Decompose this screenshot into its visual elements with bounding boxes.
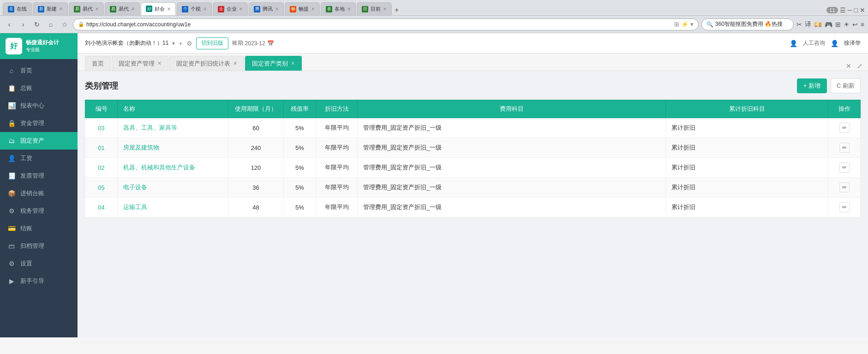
username-label: 徐泽华 [844,39,861,47]
cell-action: ✏ [828,198,861,217]
game-icon[interactable]: 🎮 [825,21,832,28]
bookmark-button[interactable]: ☆ [59,19,70,30]
page-tab-asset-depreciation-close[interactable]: ✕ [233,60,237,66]
page-tab-asset-category-close[interactable]: ✕ [291,60,295,66]
tab-icon-易代2: 易 [110,6,116,12]
forward-button[interactable]: › [18,19,29,30]
tab-close-腾讯[interactable]: ✕ [275,6,279,12]
address-input[interactable] [86,21,672,28]
tab-易代2[interactable]: 易 易代 ✕ [105,2,140,15]
page-tab-asset-category[interactable]: 固定资产类别 ✕ [245,56,302,71]
tax-icon: ⚙ [7,207,16,215]
table-row: 04 运输工具 48 5% 年限平均 管理费用_固定资产折旧_一级 累计折旧 ✏ [85,198,861,217]
tab-个税[interactable]: 个 个税 ✕ [177,2,212,15]
tab-close-易代2[interactable]: ✕ [131,6,135,12]
add-tab-button[interactable]: + [392,6,401,14]
cell-expense: 管理费用_固定资产折旧_一级 [358,138,666,158]
main-content: 类别管理 + 新增 C 刷新 编号 名称 使用期限（月） 残值率 折旧方法 费用… [78,71,868,337]
sidebar-item-checkout[interactable]: 💳 结账 [0,220,78,237]
translate-icon[interactable]: 译 [805,20,811,29]
settings-topbar-icon[interactable]: ⚙ [186,40,192,47]
salary-icon: 👤 [7,155,16,162]
col-header-expense: 费用科目 [358,100,666,118]
sidebar-item-guide[interactable]: ▶ 新手引导 [0,272,78,290]
tab-close-新建[interactable]: ✕ [59,6,63,12]
coupon-icon[interactable]: 💴 [814,21,822,28]
cell-action: ✏ [828,138,861,158]
refresh-button[interactable]: C 刷新 [831,78,861,93]
sidebar-item-capital[interactable]: 🔒 资金管理 [0,114,78,132]
cell-action: ✏ [828,158,861,178]
tab-各地[interactable]: 各 各地 ✕ [321,2,356,15]
tab-close-企业[interactable]: ✕ [239,6,243,12]
customer-service-label[interactable]: 人工咨询 [803,39,825,47]
dropdown-icon[interactable]: ▾ [172,40,175,47]
tab-close-好会[interactable]: ✕ [167,6,171,12]
close-panel-icon[interactable]: ✕ [844,61,853,71]
back-button[interactable]: ‹ [4,19,15,30]
sidebar-item-salary[interactable]: 👤 工资 [0,150,78,167]
tab-close-个税[interactable]: ✕ [203,6,207,12]
close-icon[interactable]: ✕ [860,6,865,14]
sidebar: 好 畅捷通好会计 专业版 ⌂ 首页 📋 总账 📊 报表中心 🔒 资金管理 [0,33,78,337]
brightness-icon[interactable]: ☀ [844,21,850,28]
scissors-icon[interactable]: ✂ [796,21,802,28]
undo-icon[interactable]: ↩ [852,21,858,28]
service-icon: 👤 [790,40,797,47]
tab-在线[interactable]: 在 在线 [3,2,32,15]
sidebar-item-report[interactable]: 📊 报表中心 [0,97,78,114]
maximize-panel-icon[interactable]: ⤢ [855,61,864,71]
tab-新建[interactable]: 新 新建 ✕ [33,2,68,15]
address-dropdown-icon[interactable]: ▾ [690,21,694,28]
page-tab-asset-category-label: 固定资产类别 [252,60,288,68]
sidebar-item-stock[interactable]: 📦 进销台账 [0,185,78,202]
period-value: 2023-12 [245,40,265,47]
page-tab-asset-mgmt-close[interactable]: ✕ [157,60,162,66]
menu-icon[interactable]: ≡ [861,21,864,28]
edit-button[interactable]: ✏ [839,123,850,133]
sidebar-item-invoice[interactable]: 🧾 发票管理 [0,167,78,185]
sidebar-item-archive[interactable]: 🗃 归档管理 [0,237,78,255]
sidebar-item-tax[interactable]: ⚙ 税务管理 [0,202,78,220]
tab-close-目前[interactable]: ✕ [383,6,387,12]
page-tab-asset-mgmt[interactable]: 固定资产管理 ✕ [112,56,168,71]
tab-icon-易代1: 易 [74,6,80,12]
cell-name: 器具、工具、家具等 [118,118,228,138]
table-row: 05 电子设备 36 5% 年限平均 管理费用_固定资产折旧_一级 累计折旧 ✏ [85,178,861,198]
minimize-icon[interactable]: ─ [848,6,852,14]
guide-icon: ▶ [7,277,16,285]
bookmark-star-icon[interactable]: ⚡ [681,21,688,28]
sidebar-item-home[interactable]: ⌂ 首页 [0,62,78,79]
tab-好会[interactable]: 好 好会 ✕ [141,2,176,15]
tab-settings-icon[interactable]: ☰ [840,6,846,14]
add-button[interactable]: + 新增 [797,78,827,93]
tab-企业[interactable]: 企 企业 ✕ [213,2,248,15]
add-account-icon[interactable]: + [179,40,182,47]
maximize-icon[interactable]: □ [854,6,858,14]
page-tab-home[interactable]: 首页 [85,56,111,71]
calendar-icon[interactable]: 📅 [267,40,274,47]
tab-腾讯[interactable]: 腾 腾讯 ✕ [249,2,284,15]
tab-close-畅提[interactable]: ✕ [311,6,315,12]
tab-易代1[interactable]: 易 易代 ✕ [69,2,104,15]
switch-version-button[interactable]: 切到旧版 [196,37,228,49]
cell-method: 年限平均 [316,138,358,158]
cell-residual: 5% [284,198,316,217]
edit-button[interactable]: ✏ [839,182,850,192]
tab-icon-畅提: 畅 [290,6,296,12]
sidebar-item-ledger[interactable]: 📋 总账 [0,79,78,97]
edit-button[interactable]: ✏ [839,143,850,153]
tab-close-各地[interactable]: ✕ [347,6,351,12]
sidebar-item-settings[interactable]: ⚙ 设置 [0,255,78,272]
page-tab-asset-depreciation[interactable]: 固定资产折旧统计表 ✕ [169,56,244,71]
sidebar-item-fixed-asset[interactable]: 🗂 固定资产 [0,132,78,150]
edit-button[interactable]: ✏ [839,162,850,173]
reload-button[interactable]: ↻ [31,19,42,30]
edit-button[interactable]: ✏ [839,202,850,212]
tab-畅提[interactable]: 畅 畅提 ✕ [285,2,320,15]
site-info-icon[interactable]: ⊞ [674,21,679,28]
tab-close-易代1[interactable]: ✕ [95,6,99,12]
tab-目前[interactable]: 目 目前 ✕ [357,2,392,15]
grid-icon[interactable]: ⊞ [835,21,841,28]
home-button[interactable]: ⌂ [45,19,56,30]
